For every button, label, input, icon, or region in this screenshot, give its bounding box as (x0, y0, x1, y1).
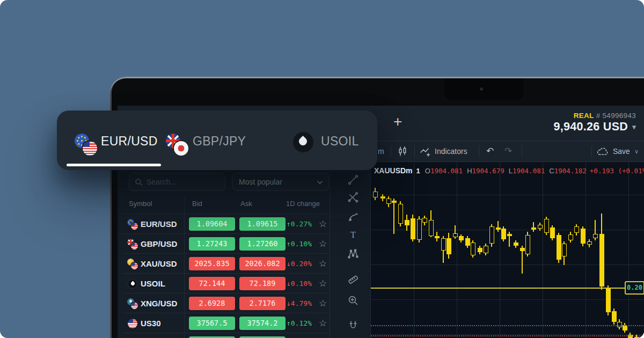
watchlist-row[interactable]: US3037567.537574.2↑0.12%☆ (122, 313, 328, 333)
favorite-star-icon[interactable]: ☆ (319, 313, 327, 333)
watchlist-row-partial[interactable] (122, 333, 328, 338)
ask-button[interactable]: 72.189 (239, 277, 286, 290)
price-line-label: 0.20 (625, 281, 644, 295)
us-flag-icon (83, 141, 97, 156)
add-chart-tab-button[interactable]: + (393, 113, 402, 130)
close-value: 1904.182 (554, 167, 587, 175)
filter-dropdown[interactable]: Most popular (232, 173, 329, 191)
column-header-1d-change[interactable]: 1D change (286, 200, 320, 208)
high-label: H (467, 167, 472, 175)
watchlist-row[interactable]: XAU/USD2025.8352026.082↓0.20%☆ (122, 253, 328, 273)
symbol-label: US30 (141, 313, 161, 333)
column-header-bid[interactable]: Bid (192, 200, 202, 208)
ask-button[interactable]: 2026.082 (239, 257, 286, 270)
daily-change: ↓0.20% (287, 254, 318, 274)
chevron-down-icon (317, 180, 323, 185)
current-price-line (371, 288, 625, 289)
favorite-star-icon[interactable]: ☆ (319, 274, 327, 293)
trendline-tool-icon[interactable] (347, 174, 359, 186)
zoom-in-tool-icon[interactable] (347, 295, 359, 306)
chevron-down-icon: ▾ (632, 123, 636, 131)
daily-change: ↑0.12% (287, 313, 318, 333)
ask-button[interactable]: 37574.2 (239, 317, 286, 330)
account-type-badge: REAL (574, 112, 594, 120)
candlestick-style-icon[interactable] (397, 146, 408, 159)
bid-button[interactable]: 2.6928 (189, 297, 235, 310)
tab-label: GBP/JPY (193, 134, 246, 149)
text-tool-icon[interactable]: T (347, 229, 359, 240)
watchlist-row[interactable]: EUR/USD1.096041.09615↑0.27%☆ (122, 214, 328, 233)
toolbar-divider (522, 145, 522, 157)
ask-button[interactable]: 1.09615 (239, 217, 286, 231)
favorite-star-icon[interactable]: ☆ (319, 214, 327, 234)
redo-icon[interactable]: ↷ (504, 141, 512, 162)
symbol-label: USOIL (141, 274, 165, 293)
toolbar-divider (414, 145, 415, 157)
bid-button[interactable]: 37567.5 (189, 317, 235, 330)
balance-value: 9,940.26 USD (554, 120, 628, 133)
magnet-tool-icon[interactable] (347, 320, 359, 332)
bid-button[interactable]: 72.144 (189, 277, 235, 290)
watchlist-row[interactable]: USOIL72.14472.189↓0.10%☆ (122, 273, 328, 293)
symbol-icon (127, 318, 138, 329)
open-label: O (425, 167, 430, 175)
daily-change: ↓0.10% (287, 274, 318, 293)
favorite-star-icon[interactable]: ☆ (319, 234, 327, 254)
ask-button[interactable]: 2.7176 (239, 297, 286, 310)
symbol-label: XNG/USD (141, 293, 177, 313)
tab-eur-usd[interactable]: EUR/USD (67, 111, 166, 170)
timeframe-button[interactable]: m (378, 141, 384, 162)
symbol-icon (127, 278, 138, 289)
chart-symbol: XAUUSDm (374, 166, 413, 175)
watchlist-row[interactable]: GBP/USD1.272431.27260↑0.10%☆ (122, 233, 328, 253)
ask-button[interactable]: 1.27260 (239, 237, 286, 251)
tab-usoil[interactable]: USOIL (293, 111, 368, 170)
tab-gbp-jpy[interactable]: GBP/JPY (166, 111, 290, 170)
cloud-save-icon[interactable] (597, 146, 610, 158)
brush-tool-icon[interactable] (347, 211, 359, 223)
undo-icon[interactable]: ↶ (486, 141, 494, 162)
account-number: # 54996943 (596, 112, 636, 120)
change-value: +0.193 (+0.01%) (590, 167, 644, 175)
indicators-button[interactable]: Indicators (435, 141, 467, 162)
daily-change: ↓4.79% (287, 293, 318, 313)
account-balance-dropdown[interactable]: 9,940.26 USD▾ (472, 120, 636, 134)
watchlist-row[interactable]: XNG/USD2.69282.7176↓4.79%☆ (122, 293, 328, 313)
jp-flag-icon (174, 141, 188, 156)
symbol-icon (127, 239, 138, 249)
ruler-tool-icon[interactable] (347, 274, 359, 285)
bid-button[interactable]: 2025.835 (189, 257, 235, 270)
trend-lines-tool-icon[interactable] (347, 192, 359, 203)
oil-drop-icon (293, 132, 313, 152)
open-value: 1904.081 (430, 167, 463, 175)
active-tab-underline (67, 164, 161, 166)
favorite-star-icon[interactable]: ☆ (319, 293, 327, 313)
account-info: REAL # 54996943 (472, 112, 636, 120)
column-header-ask[interactable]: Ask (240, 200, 252, 208)
xabcd-pattern-tool-icon[interactable] (347, 248, 359, 260)
bid-button[interactable]: 1.27243 (189, 237, 235, 251)
svg-text:T: T (350, 230, 356, 240)
symbol-label: GBP/USD (141, 234, 177, 254)
chart-timeframe: 1 (416, 167, 420, 175)
bid-button[interactable]: 1.09604 (189, 217, 235, 231)
daily-change: ↑0.10% (287, 234, 318, 254)
toolbar-divider (591, 145, 592, 157)
high-value: 1904.679 (472, 167, 504, 175)
low-value: 1904.081 (513, 167, 545, 175)
save-chevron-icon[interactable]: ∨ (634, 141, 639, 162)
screenshot-canvas: + REAL # 54996943 9,940.26 USD▾ m Indica… (0, 0, 644, 338)
save-button[interactable]: Save (613, 141, 630, 162)
filter-selected-value: Most popular (239, 178, 282, 186)
symbol-icon (127, 298, 138, 309)
price-chart[interactable]: 0.20 XAUUSDm1O1904.081H1904.679L1904.081… (370, 162, 644, 338)
indicators-icon[interactable] (420, 146, 431, 159)
symbol-icon (127, 219, 138, 230)
favorite-star-icon[interactable]: ☆ (319, 254, 327, 274)
symbol-icon (127, 259, 138, 269)
ohlc-info-bar: XAUUSDm1O1904.081H1904.679L1904.081C1904… (374, 166, 644, 175)
search-input[interactable]: Search... (129, 173, 225, 191)
column-header-symbol[interactable]: Symbol (129, 200, 152, 208)
low-label: L (509, 167, 513, 175)
symbol-label: EUR/USD (141, 214, 177, 234)
